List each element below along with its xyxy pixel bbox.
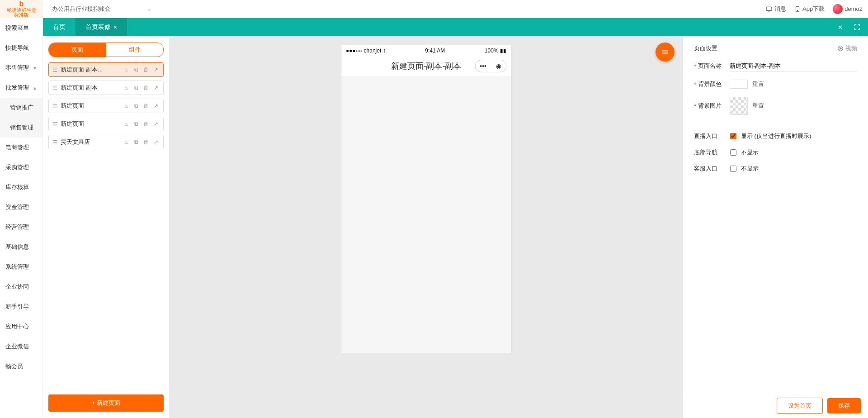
field-bg-image: * 背景图片 重置 [694, 97, 857, 115]
caret-down-icon: ▼ [33, 66, 37, 71]
field-service: 客服入口 不显示 [694, 165, 857, 173]
nav-quick[interactable]: 快捷导航 [0, 38, 42, 58]
nav-wholesale-marketing[interactable]: 营销推广 [0, 98, 42, 118]
nav-wholesale[interactable]: 批发管理▲ [0, 78, 42, 98]
page-row[interactable]: ☰ 新建页面 ⌂ ⧉ 🗑 ↗ [48, 99, 164, 113]
nav-apps[interactable]: 应用中心 [0, 317, 42, 337]
nav-search[interactable]: 搜索菜单 [0, 18, 42, 38]
drag-icon[interactable]: ☰ [52, 66, 58, 73]
home-icon[interactable]: ⌂ [123, 84, 130, 91]
bg-image-picker[interactable] [730, 97, 748, 115]
drag-icon[interactable]: ☰ [52, 103, 58, 109]
home-icon[interactable]: ⌂ [123, 66, 130, 73]
copy-icon[interactable]: ⧉ [132, 138, 140, 146]
page-row[interactable]: ☰ 新建页面-副本 ⌂ ⧉ 🗑 ↗ [48, 81, 164, 95]
reset-bg-image[interactable]: 重置 [752, 102, 764, 110]
more-icon[interactable]: ••• [480, 62, 486, 70]
nav-purchase[interactable]: 采购管理 [0, 157, 42, 177]
play-icon [837, 45, 844, 52]
field-page-name: * 页面名称 [694, 61, 857, 71]
phone-title-bar: 新建页面-副本-副本 ••• ◉ [341, 56, 511, 76]
tab-strip: 首页 首页装修 × ✕ [43, 18, 868, 36]
nav-operation[interactable]: 经营管理 [0, 217, 42, 237]
fullscreen-icon[interactable] [851, 18, 863, 36]
page-name-input[interactable] [730, 61, 857, 71]
messages-link[interactable]: 消息 [765, 5, 786, 13]
field-bg-color: * 背景颜色 重置 [694, 80, 857, 89]
nav-collab[interactable]: 企业协同 [0, 277, 42, 297]
miniapp-capsule[interactable]: ••• ◉ [475, 60, 506, 72]
component-fab[interactable] [656, 43, 675, 62]
target-icon[interactable]: ◉ [496, 62, 501, 70]
page-row[interactable]: ☰ 新建页面 ⌂ ⧉ 🗑 ↗ [48, 117, 164, 131]
account-selector[interactable]: 办公用品行业模拟账套 ⌄ [52, 5, 152, 13]
share-icon[interactable]: ↗ [152, 102, 160, 109]
drag-icon[interactable]: ☰ [52, 121, 58, 128]
share-icon[interactable]: ↗ [152, 138, 160, 146]
top-right-tools: 消息 App下载 demo2 [765, 4, 863, 14]
nav-wholesale-sales[interactable]: 销售管理 [0, 118, 42, 138]
delete-icon[interactable]: 🗑 [142, 84, 150, 91]
delete-icon[interactable]: 🗑 [142, 66, 150, 73]
field-bottom-nav: 底部导航 不显示 [694, 148, 857, 157]
delete-icon[interactable]: 🗑 [142, 120, 150, 128]
nav-stock[interactable]: 库存核算 [0, 177, 42, 197]
phone-status-bar: ●●●○○ chanjet ⌇ 9:41 AM 100% ▮▮ [341, 45, 511, 56]
copy-icon[interactable]: ⧉ [132, 84, 140, 91]
phone-icon [794, 5, 801, 13]
bottom-nav-checkbox[interactable] [730, 149, 736, 156]
brand-text: 畅捷通好生意 [7, 8, 37, 13]
segment-control: 页面 组件 [48, 43, 164, 57]
nav-finance[interactable]: 资金管理 [0, 197, 42, 217]
delete-icon[interactable]: 🗑 [142, 102, 150, 109]
nav-base[interactable]: 基础信息 [0, 237, 42, 257]
nav-wechat[interactable]: 企业微信 [0, 337, 42, 356]
live-checkbox[interactable] [730, 133, 736, 139]
tab-close-button[interactable]: ✕ [834, 18, 846, 36]
page-row[interactable]: ☰ 新建页面-副本... ⌂ ⧉ 🗑 ↗ [48, 62, 164, 77]
reset-bg-color[interactable]: 重置 [752, 80, 764, 88]
chevron-down-icon: ⌄ [147, 5, 152, 12]
page-list-panel: 页面 组件 ☰ 新建页面-副本... ⌂ ⧉ 🗑 ↗ ☰ 新建页面-副本 ⌂ ⧉… [43, 36, 170, 418]
wifi-icon: ⌇ [383, 48, 386, 54]
top-bar: b 畅捷通好生意 标准版 办公用品行业模拟账套 ⌄ 消息 App下载 demo2 [0, 0, 868, 18]
copy-icon[interactable]: ⧉ [132, 66, 140, 73]
home-icon[interactable]: ⌂ [123, 120, 130, 128]
save-button[interactable]: 保存 [827, 398, 861, 413]
phone-body[interactable] [341, 76, 511, 353]
share-icon[interactable]: ↗ [152, 66, 160, 73]
nav-ecom[interactable]: 电商管理 [0, 138, 42, 157]
tab-decoration[interactable]: 首页装修 × [75, 18, 127, 36]
share-icon[interactable]: ↗ [152, 84, 160, 91]
home-icon[interactable]: ⌂ [123, 138, 130, 146]
battery-icon: ▮▮ [500, 48, 506, 54]
nav-retail[interactable]: 零售管理▼ [0, 58, 42, 78]
drag-icon[interactable]: ☰ [52, 139, 58, 146]
nav-system[interactable]: 系统管理 [0, 257, 42, 277]
segment-page[interactable]: 页面 [49, 43, 106, 57]
tab-home[interactable]: 首页 [43, 18, 75, 36]
nav-member[interactable]: 畅会员 [0, 356, 42, 376]
home-icon[interactable]: ⌂ [123, 102, 130, 109]
app-download-link[interactable]: App下载 [794, 5, 825, 13]
drag-icon[interactable]: ☰ [52, 85, 58, 91]
copy-icon[interactable]: ⧉ [132, 102, 140, 109]
copy-icon[interactable]: ⧉ [132, 120, 140, 128]
close-icon[interactable]: × [113, 24, 117, 31]
bg-color-swatch[interactable] [730, 80, 748, 89]
set-home-button[interactable]: 设为首页 [777, 398, 823, 414]
page-row[interactable]: ☰ 昊天文具店 ⌂ ⧉ 🗑 ↗ [48, 135, 164, 149]
segment-component[interactable]: 组件 [106, 43, 164, 57]
service-checkbox[interactable] [730, 166, 736, 172]
settings-footer: 设为首页 保存 [683, 393, 868, 418]
nav-guide[interactable]: 新手引导 [0, 297, 42, 317]
delete-icon[interactable]: 🗑 [142, 138, 150, 146]
svg-point-2 [797, 10, 798, 10]
brand-logo[interactable]: b 畅捷通好生意 标准版 [0, 0, 43, 18]
video-help-link[interactable]: 视频 [837, 44, 857, 52]
field-live: 直播入口 显示 (仅当进行直播时展示) [694, 132, 857, 140]
phone-time: 9:41 AM [425, 48, 445, 54]
user-menu[interactable]: demo2 [833, 4, 863, 14]
share-icon[interactable]: ↗ [152, 120, 160, 128]
new-page-button[interactable]: + 新建页面 [48, 394, 164, 412]
